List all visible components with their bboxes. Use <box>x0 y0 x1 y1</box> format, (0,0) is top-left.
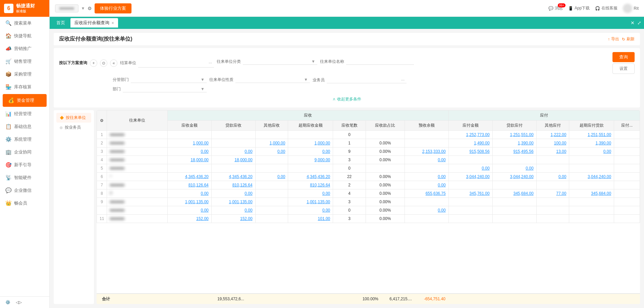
cell-pay_other[interactable] <box>536 164 569 173</box>
cell-recv_prepay[interactable]: 0.00 <box>405 206 448 215</box>
filter-input-wanglaiming[interactable] <box>346 58 414 65</box>
cell-pay_other[interactable] <box>536 198 569 206</box>
sidebar-item-marketing[interactable]: 📣 营销推广 <box>0 42 49 55</box>
cell-pay_loan[interactable]: 3,044,240.00 <box>492 173 536 181</box>
cell-pay_loan[interactable] <box>492 206 536 215</box>
cell-recv_loan[interactable] <box>211 131 255 139</box>
cell-recv_amount[interactable]: 1,000.00 <box>167 139 211 147</box>
cell-recv_overdue[interactable] <box>288 131 333 139</box>
refresh-button[interactable]: ↻ 刷新 <box>622 36 635 42</box>
cell-pay_amount[interactable]: 0.00 <box>448 164 492 173</box>
cell-pay_other[interactable]: 13.00 <box>536 147 569 156</box>
cell-recv_overdue[interactable]: 0.00 <box>288 206 333 215</box>
sidebar-item-wechat[interactable]: 💬 企业微信 <box>0 184 49 197</box>
cell-pay_overdue[interactable]: 0.00 <box>569 147 614 156</box>
cell-recv_prepay[interactable]: 0.00 <box>405 156 448 164</box>
cell-pay_overdue[interactable] <box>569 181 614 189</box>
sidebar-item-corp[interactable]: 🏢 企业协同 <box>0 146 49 159</box>
cell-recv_overdue[interactable]: 0.00 <box>288 147 333 156</box>
sidebar-item-system[interactable]: ⚙️ 系统管理 <box>0 133 49 146</box>
cell-recv_other[interactable] <box>255 198 288 206</box>
cell-recv_loan[interactable]: 152.00 <box>211 215 255 223</box>
cell-pay_amount[interactable] <box>448 156 492 164</box>
cell-recv_other[interactable] <box>255 164 288 173</box>
cell-recv_overdue[interactable] <box>288 164 333 173</box>
cell-recv_prepay[interactable] <box>405 164 448 173</box>
cell-pay_amount[interactable] <box>448 206 492 215</box>
cell-pay_loan[interactable]: 1,251,551.00 <box>492 131 536 139</box>
cell-recv_overdue[interactable]: 810,126.64 <box>288 181 333 189</box>
online-service-button[interactable]: 🎧 在线客服 <box>595 5 618 11</box>
cell-pay_other[interactable]: 1,222.00 <box>536 131 569 139</box>
table-settings-icon[interactable]: ⚙ <box>100 118 104 123</box>
filter-select-bumen[interactable]: ▼ <box>123 86 207 92</box>
sidebar-item-purchase[interactable]: 📦 采购管理 <box>0 68 49 81</box>
message-button[interactable]: 💬 消息 99+ <box>548 5 563 11</box>
cell-recv_prepay[interactable] <box>405 139 448 147</box>
cell-recv_amount[interactable]: 810,126.64 <box>167 181 211 189</box>
nav-item-by-salesman[interactable]: ◎ 按业务员 <box>56 123 91 132</box>
filter-select-fenguan[interactable]: ▼ <box>131 77 207 83</box>
cell-recv_amount[interactable]: 0.00 <box>167 147 211 156</box>
tab-close-window-icon[interactable]: ✕ <box>631 20 635 26</box>
filter-input-yewuyuan[interactable] <box>329 77 401 82</box>
cell-recv_other[interactable] <box>255 189 288 198</box>
cell-pay_overdue[interactable] <box>569 215 614 223</box>
tab-close-icon[interactable]: ✕ <box>111 21 114 25</box>
cell-recv_prepay[interactable] <box>405 215 448 223</box>
solution-button[interactable]: 体验行业方案 <box>95 3 131 13</box>
cell-pay_other[interactable] <box>536 215 569 223</box>
cell-pay_overdue[interactable]: 345,684.00 <box>569 189 614 198</box>
export-button[interactable]: ↑ 导出 <box>608 36 619 42</box>
query-button[interactable]: 查询 <box>612 52 635 62</box>
sidebar-item-quick[interactable]: 🏠 快捷导航 <box>0 30 49 42</box>
cell-pay_overdue[interactable] <box>569 164 614 173</box>
cell-pay_overdue[interactable]: 3,044,240.00 <box>569 173 614 181</box>
nav-item-by-partner[interactable]: 🔶 按往来单位 <box>56 113 91 123</box>
cell-recv_loan[interactable]: 18,000.00 <box>211 156 255 164</box>
cell-pay_amount[interactable]: 3,044,240.00 <box>448 173 492 181</box>
cell-pay_loan[interactable]: 0.00 <box>492 164 536 173</box>
collapse-sidebar-icon[interactable]: ◁▷ <box>16 300 22 305</box>
cell-recv_overdue[interactable]: 101.00 <box>288 215 333 223</box>
cell-pay_amount[interactable]: 1,490.00 <box>448 139 492 147</box>
cell-pay_other[interactable] <box>536 206 569 215</box>
cell-recv_other[interactable]: 0.00 <box>255 173 288 181</box>
settings-bottom-icon[interactable]: ⚙️ <box>5 300 10 305</box>
tab-query[interactable]: 应收应付余额查询 ✕ <box>70 18 118 28</box>
cell-pay_overdue[interactable] <box>569 206 614 215</box>
cell-recv_overdue[interactable]: 1,001,135.00 <box>288 198 333 206</box>
cell-pay_amount[interactable] <box>448 215 492 223</box>
cell-pay_amount[interactable] <box>448 181 492 189</box>
cell-recv_loan[interactable]: 1,001,135.00 <box>211 198 255 206</box>
cell-recv_amount[interactable]: 152.00 <box>167 215 211 223</box>
cell-recv_loan[interactable] <box>211 139 255 147</box>
cell-recv_loan[interactable]: 0.00 <box>211 147 255 156</box>
cell-pay_loan[interactable] <box>492 181 536 189</box>
cell-recv_overdue[interactable]: 4,345,436.20 <box>288 173 333 181</box>
cell-recv_loan[interactable]: 0.00 <box>211 206 255 215</box>
cell-pay_loan[interactable] <box>492 198 536 206</box>
cell-pay_loan[interactable]: 1,390.00 <box>492 139 536 147</box>
cell-recv_other[interactable]: 1,000.00 <box>255 139 288 147</box>
cell-recv_loan[interactable] <box>211 164 255 173</box>
cell-recv_amount[interactable] <box>167 131 211 139</box>
cell-pay_loan[interactable] <box>492 215 536 223</box>
cell-recv_loan[interactable]: 810,126.64 <box>211 181 255 189</box>
cell-pay_other[interactable]: 100.00 <box>536 139 569 147</box>
cell-recv_other[interactable] <box>255 156 288 164</box>
cell-recv_prepay[interactable]: 2,153,333.00 <box>405 147 448 156</box>
cell-pay_other[interactable]: 77.00 <box>536 189 569 198</box>
cell-recv_overdue[interactable]: 9,000.00 <box>288 156 333 164</box>
cell-pay_amount[interactable]: 1,252,773.00 <box>448 131 492 139</box>
sidebar-item-hardware[interactable]: 📡 智能硬件 <box>0 171 49 184</box>
user-avatar[interactable]: Rit <box>623 4 639 13</box>
cell-recv_amount[interactable]: 1,001,135.00 <box>167 198 211 206</box>
add-filter-button[interactable]: + <box>90 59 97 67</box>
sidebar-item-search[interactable]: 🔍 搜索菜单 <box>0 17 49 30</box>
cell-recv_prepay[interactable]: 655,636.75 <box>405 189 448 198</box>
cell-recv_amount[interactable]: 18,000.00 <box>167 156 211 164</box>
cell-recv_amount[interactable]: 0.00 <box>167 206 211 215</box>
cell-pay_other[interactable]: 0.00 <box>536 173 569 181</box>
cell-recv_other[interactable] <box>255 215 288 223</box>
